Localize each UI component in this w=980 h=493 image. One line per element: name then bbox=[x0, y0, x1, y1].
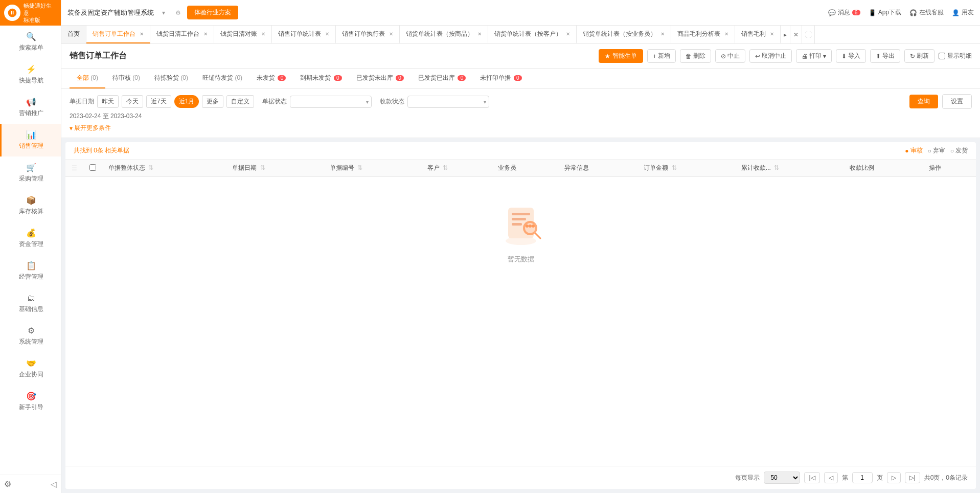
status-select[interactable] bbox=[290, 96, 372, 108]
filter-tab-wangpu[interactable]: 旺铺待发货 (0) bbox=[195, 69, 249, 88]
sidebar-item-purchase[interactable]: 🛒 采购管理 bbox=[0, 156, 61, 189]
sidebar: 畅捷通好生意 标准版 🔍 搜索菜单 ⚡ 快捷导航 📢 营销推广 📊 销售管理 🛒… bbox=[0, 0, 61, 493]
sidebar-item-basic-info[interactable]: 🗂 基础信息 bbox=[0, 287, 61, 320]
sidebar-item-cooperation[interactable]: 🤝 企业协同 bbox=[0, 352, 61, 385]
tab-close-sales-by-product[interactable]: ✕ bbox=[477, 31, 482, 37]
tab-gross-profit[interactable]: 商品毛利分析表 ✕ bbox=[671, 26, 735, 43]
online-service-btn[interactable]: 🎧 在线客服 bbox=[909, 8, 944, 17]
sidebar-item-marketing[interactable]: 📢 营销推广 bbox=[0, 91, 61, 124]
tab-sales-by-customer[interactable]: 销货单统计表（按客户） ✕ bbox=[488, 26, 577, 43]
delete-btn[interactable]: 🗑 删除 bbox=[680, 49, 711, 63]
stop-btn[interactable]: ⊘ 中止 bbox=[715, 49, 745, 63]
tab-close-sales-exec[interactable]: ✕ bbox=[389, 31, 393, 37]
expand-btn[interactable]: ▾ 展开更多条件 bbox=[70, 124, 972, 132]
sort-date-icon[interactable]: ⇅ bbox=[260, 164, 265, 171]
prev-page-btn[interactable]: ◁ bbox=[824, 472, 838, 483]
tab-close-gross-profit[interactable]: ✕ bbox=[724, 31, 728, 37]
user-menu-btn[interactable]: 👤 用友 bbox=[952, 8, 974, 17]
last-page-btn[interactable]: ▷| bbox=[905, 472, 920, 483]
sort-status-icon[interactable]: ⇅ bbox=[148, 164, 153, 171]
print-btn[interactable]: 🖨 打印 ▾ bbox=[796, 49, 832, 63]
th-checkbox[interactable] bbox=[83, 160, 102, 177]
tab-close-cash-clear[interactable]: ✕ bbox=[203, 31, 208, 37]
tab-sales-order[interactable]: 销售订单工作台 ✕ bbox=[86, 26, 150, 43]
tab-cash-reconcile[interactable]: 钱货日清对账 ✕ bbox=[214, 26, 272, 43]
filter-tab-expired[interactable]: 到期未发货 0 bbox=[293, 69, 349, 88]
date-1month-btn[interactable]: 近1月 bbox=[174, 95, 199, 108]
payment-select[interactable] bbox=[407, 96, 489, 108]
export-btn[interactable]: ⬆ 导出 bbox=[870, 49, 900, 63]
sidebar-item-guide[interactable]: 🎯 新手引导 bbox=[0, 385, 61, 418]
tab-close-sales-order[interactable]: ✕ bbox=[140, 31, 144, 37]
filter-tab-not-shipped[interactable]: 未发货 0 bbox=[249, 69, 293, 88]
settings-gear-icon[interactable]: ⚙ bbox=[175, 9, 181, 16]
tab-close-sales-by-customer[interactable]: ✕ bbox=[566, 31, 570, 37]
date-7days-btn[interactable]: 近7天 bbox=[146, 95, 171, 108]
settings-icon[interactable]: ⚙ bbox=[4, 479, 11, 489]
empty-state: 暂无数据 bbox=[65, 177, 976, 284]
table-toolbar: 共找到 0条 相关单据 ● 审核 ○ 弃审 ○ 发货 bbox=[65, 142, 976, 160]
tab-sales-by-product[interactable]: 销货单统计表（按商品） ✕ bbox=[400, 26, 488, 43]
expand-icon: ▾ bbox=[70, 125, 73, 132]
tab-close-sales-stats[interactable]: ✕ bbox=[325, 31, 329, 37]
tab-cash-clear[interactable]: 钱货日清工作台 ✕ bbox=[150, 26, 214, 43]
tab-sales-exec[interactable]: 销售订单执行表 ✕ bbox=[336, 26, 400, 43]
sidebar-item-search[interactable]: 🔍 搜索菜单 bbox=[0, 26, 61, 58]
show-detail-checkbox[interactable] bbox=[939, 53, 945, 59]
page-size-select[interactable]: 50 10 20 100 bbox=[764, 472, 800, 484]
filter-tab-pending-check[interactable]: 待拣验货 (0) bbox=[147, 69, 195, 88]
add-btn[interactable]: + 新增 bbox=[647, 49, 676, 63]
cancel-review-btn[interactable]: ○ 弃审 bbox=[928, 146, 945, 155]
tab-close-all-btn[interactable]: ✕ bbox=[790, 26, 802, 43]
smart-btn[interactable]: ★ 智能生单 bbox=[599, 49, 643, 63]
table-scroll[interactable]: ☰ 单据整体状态 ⇅ 单据日期 ⇅ 单据编号 bbox=[65, 160, 976, 466]
first-page-btn[interactable]: |◁ bbox=[804, 472, 819, 483]
th-status: 单据整体状态 ⇅ bbox=[102, 160, 226, 177]
review-btn[interactable]: ● 审核 bbox=[905, 146, 922, 155]
app-download-btn[interactable]: 📱 App下载 bbox=[869, 8, 901, 17]
sidebar-item-operations[interactable]: 📋 经营管理 bbox=[0, 255, 61, 287]
sidebar-item-finance[interactable]: 💰 资金管理 bbox=[0, 222, 61, 255]
date-more-btn[interactable]: 更多 bbox=[202, 95, 223, 108]
messages-btn[interactable]: 💬 消息 6 bbox=[828, 8, 860, 17]
query-btn[interactable]: 查询 bbox=[909, 95, 938, 108]
cancel-stop-btn[interactable]: ↩ 取消中止 bbox=[749, 49, 792, 63]
sidebar-item-inventory[interactable]: 📦 库存核算 bbox=[0, 189, 61, 222]
date-yesterday-btn[interactable]: 昨天 bbox=[97, 95, 119, 108]
tab-sales-by-staff[interactable]: 销货单统计表（按业务员） ✕ bbox=[577, 26, 671, 43]
tab-close-sales-by-staff[interactable]: ✕ bbox=[660, 31, 665, 37]
date-today-btn[interactable]: 今天 bbox=[122, 95, 143, 108]
sort-collected-icon[interactable]: ⇅ bbox=[774, 164, 779, 171]
filter-tab-shipped-out[interactable]: 已发货已出库 0 bbox=[411, 69, 473, 88]
sort-amount-icon[interactable]: ⇅ bbox=[672, 164, 677, 171]
next-page-btn[interactable]: ▷ bbox=[887, 472, 901, 483]
tab-sales-stats[interactable]: 销售订单统计表 ✕ bbox=[272, 26, 336, 43]
tab-sales-more[interactable]: 销售毛利 ✕ bbox=[735, 26, 781, 43]
sidebar-item-system[interactable]: ⚙ 系统管理 bbox=[0, 320, 61, 352]
set-btn[interactable]: 设置 bbox=[942, 94, 972, 109]
solution-btn[interactable]: 体验行业方案 bbox=[187, 6, 238, 19]
refresh-btn[interactable]: ↻ 刷新 bbox=[904, 49, 935, 63]
sort-customer-icon[interactable]: ⇅ bbox=[443, 164, 448, 171]
tab-home[interactable]: 首页 bbox=[61, 26, 86, 43]
tab-close-cash-reconcile[interactable]: ✕ bbox=[261, 31, 265, 37]
show-detail-label[interactable]: 显示明细 bbox=[939, 52, 972, 60]
page-input[interactable] bbox=[852, 472, 873, 483]
sort-number-icon[interactable]: ⇅ bbox=[357, 164, 362, 171]
filter-tab-not-printed[interactable]: 未打印单据 0 bbox=[473, 69, 529, 88]
ship-btn[interactable]: ○ 发货 bbox=[950, 146, 968, 155]
import-btn[interactable]: ⬇ 导入 bbox=[836, 49, 866, 63]
select-all-checkbox[interactable] bbox=[89, 164, 96, 171]
sidebar-item-sales[interactable]: 📊 销售管理 bbox=[0, 124, 61, 156]
filter-tab-pending-review[interactable]: 待审核 (0) bbox=[105, 69, 147, 88]
filter-tab-shipped-not-out[interactable]: 已发货未出库 0 bbox=[349, 69, 411, 88]
tab-close-sales-more[interactable]: ✕ bbox=[770, 31, 774, 37]
collapse-icon[interactable]: ◁ bbox=[51, 479, 57, 489]
tab-more-btn[interactable]: ▸ bbox=[781, 26, 790, 43]
dropdown-icon[interactable]: ▾ bbox=[162, 9, 165, 16]
tab-maximize-btn[interactable]: ⛶ bbox=[802, 26, 815, 43]
refresh-icon: ↻ bbox=[910, 53, 915, 60]
date-custom-btn[interactable]: 自定义 bbox=[226, 95, 254, 108]
sidebar-item-quick-nav[interactable]: ⚡ 快捷导航 bbox=[0, 58, 61, 91]
filter-tab-all[interactable]: 全部 (0) bbox=[70, 69, 105, 88]
